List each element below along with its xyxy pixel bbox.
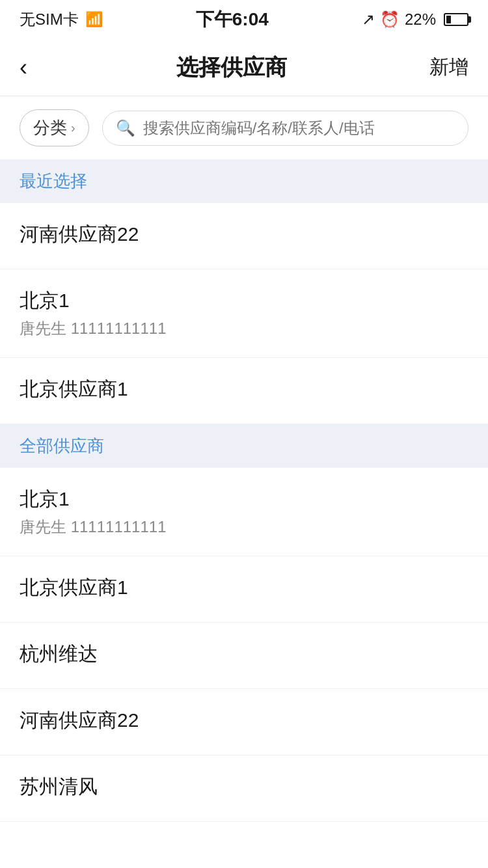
recent-list-item[interactable]: 北京供应商1 (0, 358, 488, 424)
all-section-header: 全部供应商 (0, 424, 488, 468)
status-time: 下午6:04 (196, 7, 269, 32)
page-title: 选择供应商 (176, 53, 287, 83)
search-icon: 🔍 (116, 119, 135, 137)
item-name: 河南供应商22 (20, 707, 468, 734)
recent-list: 河南供应商22北京1唐先生 11111111111北京供应商1 (0, 203, 488, 424)
recent-list-item[interactable]: 北京1唐先生 11111111111 (0, 269, 488, 358)
battery-percent: 22% (405, 10, 436, 29)
item-name: 北京1 (20, 486, 468, 513)
item-name: 北京供应商1 (20, 575, 468, 601)
location-icon: ↗ (362, 10, 375, 29)
all-list: 北京1唐先生 11111111111北京供应商1杭州维达河南供应商22苏州清风 (0, 468, 488, 822)
status-left: 无SIM卡 📶 (20, 9, 103, 30)
recent-section-title: 最近选择 (20, 171, 87, 191)
item-sub: 唐先生 11111111111 (20, 318, 468, 339)
item-name: 北京供应商1 (20, 376, 468, 403)
item-name: 杭州维达 (20, 641, 468, 668)
all-list-item[interactable]: 杭州维达 (0, 623, 488, 689)
all-section-title: 全部供应商 (20, 436, 104, 455)
back-button[interactable]: ‹ (13, 47, 34, 88)
item-name: 河南供应商22 (20, 221, 468, 248)
filter-bar: 分类 › 🔍 (0, 96, 488, 159)
all-list-item[interactable]: 北京1唐先生 11111111111 (0, 468, 488, 556)
all-list-item[interactable]: 河南供应商22 (0, 689, 488, 755)
recent-section-header: 最近选择 (0, 159, 488, 203)
all-list-item[interactable]: 苏州清风 (0, 755, 488, 822)
status-right: ↗ ⏰ 22% (362, 10, 468, 29)
item-name: 苏州清风 (20, 774, 468, 800)
search-input[interactable] (143, 119, 455, 137)
status-bar: 无SIM卡 📶 下午6:04 ↗ ⏰ 22% (0, 0, 488, 39)
battery-icon (444, 13, 468, 26)
recent-list-item[interactable]: 河南供应商22 (0, 203, 488, 269)
alarm-icon: ⏰ (380, 10, 400, 29)
category-label: 分类 (33, 116, 67, 139)
all-list-item[interactable]: 北京供应商1 (0, 556, 488, 623)
wifi-icon: 📶 (85, 11, 103, 28)
search-box[interactable]: 🔍 (102, 111, 468, 146)
category-button[interactable]: 分类 › (20, 109, 89, 146)
sim-status: 无SIM卡 (20, 9, 79, 30)
nav-bar: ‹ 选择供应商 新增 (0, 39, 488, 96)
item-sub: 唐先生 11111111111 (20, 517, 468, 537)
item-name: 北京1 (20, 288, 468, 314)
chevron-right-icon: › (71, 120, 75, 135)
add-button[interactable]: 新增 (429, 54, 468, 81)
